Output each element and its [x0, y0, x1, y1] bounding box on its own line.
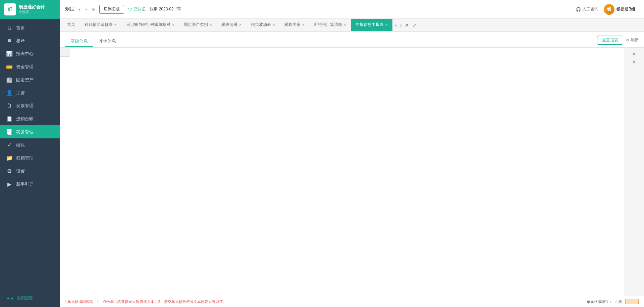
tab-close-icon[interactable]: ✕ — [209, 23, 212, 27]
sidebar-bottom: ◄◄ 取消固定 — [0, 289, 60, 307]
reset-button[interactable]: 重置报表 — [597, 36, 623, 45]
sidebar-item-tax[interactable]: 📑税务管理 — [0, 125, 60, 138]
period-label: 账期 2023-02 📅 — [150, 6, 181, 12]
tax-icon: 📑 — [6, 129, 13, 135]
ledger-icon: ≡ — [6, 38, 13, 44]
settings-icon[interactable]: ⚙ — [92, 7, 95, 12]
tab-label: 科目辅助余额表 — [85, 22, 113, 28]
sidebar-item-ledger[interactable]: ≡总账 — [0, 34, 60, 47]
sidebar-item-assets[interactable]: 🏢固定资产 — [0, 73, 60, 86]
tab-close-icon[interactable]: ✕ — [172, 23, 174, 27]
tab-tax_check[interactable]: 税检专家✕ — [280, 19, 309, 31]
certified-badge: 🛡 已认证 — [128, 6, 146, 12]
refresh-button[interactable]: ↻ 刷新 — [626, 37, 639, 43]
spreadsheet-table — [60, 48, 525, 57]
tab-close-icon[interactable]: ✕ — [385, 23, 388, 27]
sidebar-item-label: 总账 — [16, 38, 25, 44]
pin-button[interactable]: ◄◄ 取消固定 — [0, 293, 60, 304]
sidebar-item-home[interactable]: ⌂首页 — [0, 21, 60, 34]
sidebar-item-label: 首页 — [16, 25, 25, 31]
sidebar-item-report[interactable]: 📊报表中心 — [0, 47, 60, 60]
service-button[interactable]: 🎧 人工咨询 — [576, 6, 598, 12]
sidebar-item-archive[interactable]: 📁归档管理 — [0, 151, 60, 165]
headset-icon: 🎧 — [576, 7, 581, 12]
tab-label: 所得税汇算清缴 — [314, 22, 342, 28]
sidebar-item-settle[interactable]: ✓结账 — [0, 138, 60, 151]
user-menu[interactable]: 畅 畅捷通B组... — [604, 4, 639, 15]
sidebar-item-label: 报表中心 — [16, 51, 34, 57]
tab-label: 日记账与银行对账单核对 — [126, 22, 170, 28]
footer-right: 单元格编辑过： 示例 — [587, 299, 639, 304]
tab-annual_report[interactable]: 年报信息申报表✕ — [351, 19, 392, 31]
tab-tax_wave[interactable]: 税负波动表✕ — [246, 19, 280, 31]
sidebar-item-payroll[interactable]: 👤工资 — [0, 86, 60, 99]
tab-prev-button[interactable]: ‹ — [394, 22, 398, 29]
tab-label: 税检专家 — [284, 22, 301, 28]
footer-hint: * 单元格编辑说明：1、点击单元格直接录入数值或文本。2、清空单元格数值或文本恢… — [65, 299, 227, 304]
sidebar-item-settings[interactable]: ⚙设置 — [0, 165, 60, 178]
calendar-icon[interactable]: 📅 — [176, 7, 181, 11]
sidebar-item-label: 进销台账 — [16, 116, 34, 122]
settings-icon: ⚙ — [6, 168, 13, 174]
year-scroll-up-button[interactable]: ▲ — [624, 49, 644, 58]
tab-next-button[interactable]: › — [399, 22, 403, 29]
tab-close-icon[interactable]: ✕ — [239, 23, 241, 27]
sub-tab-basic[interactable]: 基础信息 — [65, 36, 93, 47]
tab-home[interactable]: 首页 — [62, 19, 80, 31]
report-icon: 📊 — [6, 50, 13, 57]
tab-close-icon[interactable]: ✕ — [114, 23, 117, 27]
shield-icon: 🛡 — [128, 7, 132, 12]
archive-icon: 📁 — [6, 155, 13, 161]
spreadsheet-container[interactable] — [60, 48, 624, 296]
sidebar-item-label: 新手引导 — [16, 181, 34, 187]
tab-journal[interactable]: 日记账与银行对账单核对✕ — [121, 19, 179, 31]
content-area: 基础信息其他信息 重置报表 ↻ 刷新 — [60, 32, 644, 307]
newbie-icon: ▶ — [6, 181, 13, 187]
tab-navigation: ‹ › ✕ ⤢ — [394, 22, 418, 29]
tab-close-icon[interactable]: ✕ — [272, 23, 275, 27]
topbar: 测试 ▾ + ⚙ 切到旧版 🛡 已认证 账期 2023-02 📅 🎧 人工咨询 … — [60, 0, 644, 19]
tab-tax_table[interactable]: 税表清册✕ — [217, 19, 246, 31]
tab-close-icon[interactable]: ✕ — [302, 23, 305, 27]
pin-icon: ◄◄ — [6, 296, 14, 301]
tab-close-all-button[interactable]: ✕ — [404, 22, 410, 29]
settle-icon: ✓ — [6, 142, 13, 148]
example-label: 示例 — [615, 299, 623, 304]
tab-close-icon[interactable]: ✕ — [343, 23, 346, 27]
add-icon[interactable]: + — [85, 6, 88, 12]
payroll-icon: 👤 — [6, 90, 13, 96]
example-color-swatch — [625, 299, 639, 304]
sidebar-item-newbie[interactable]: ▶新手引导 — [0, 178, 60, 191]
logo-icon: 好 — [4, 3, 16, 15]
sub-tabs-right: 重置报表 ↻ 刷新 — [597, 36, 639, 47]
topbar-right: 🎧 人工咨询 畅 畅捷通B组... — [576, 4, 639, 15]
tab-label: 年报信息申报表 — [356, 22, 384, 28]
invoice-icon: 🗒 — [6, 103, 13, 109]
home-icon: ⌂ — [6, 25, 13, 31]
sidebar-item-invoice[interactable]: 🗒发票管理 — [0, 99, 60, 112]
sidebar-item-label: 固定资产 — [16, 77, 34, 83]
tab-label: 固定资产类别 — [184, 22, 208, 28]
sidebar-item-inout[interactable]: 📋进销台账 — [0, 112, 60, 125]
sidebar-item-fund[interactable]: 💳资金管理 — [0, 60, 60, 73]
sub-tab-other[interactable]: 其他信息 — [93, 36, 121, 47]
tab-income_tax[interactable]: 所得税汇算清缴✕ — [309, 19, 351, 31]
sidebar-item-label: 发票管理 — [16, 103, 34, 109]
old-version-button[interactable]: 切到旧版 — [99, 5, 124, 14]
year-panel: ▲ ▼ — [624, 48, 644, 296]
sidebar-item-label: 设置 — [16, 168, 25, 174]
tab-aux[interactable]: 科目辅助余额表✕ — [80, 19, 121, 31]
avatar: 畅 — [604, 4, 614, 15]
year-scroll-down-button[interactable]: ▼ — [624, 58, 644, 67]
corner-cell — [60, 48, 69, 57]
sub-tabs-left: 基础信息其他信息 — [65, 36, 121, 47]
refresh-icon: ↻ — [626, 38, 629, 43]
sidebar-logo: 好 畅捷通好会计 专业版 — [0, 0, 60, 19]
tab-expand-button[interactable]: ⤢ — [411, 22, 418, 29]
dropdown-icon[interactable]: ▾ — [78, 7, 80, 12]
sidebar-item-label: 税务管理 — [16, 129, 34, 135]
main-content: 测试 ▾ + ⚙ 切到旧版 🛡 已认证 账期 2023-02 📅 🎧 人工咨询 … — [60, 0, 644, 307]
sidebar-nav: ⌂首页≡总账📊报表中心💳资金管理🏢固定资产👤工资🗒发票管理📋进销台账📑税务管理✓… — [0, 19, 60, 289]
sub-tabs: 基础信息其他信息 重置报表 ↻ 刷新 — [60, 32, 644, 48]
tab-fixed_asset_type[interactable]: 固定资产类别✕ — [179, 19, 217, 31]
